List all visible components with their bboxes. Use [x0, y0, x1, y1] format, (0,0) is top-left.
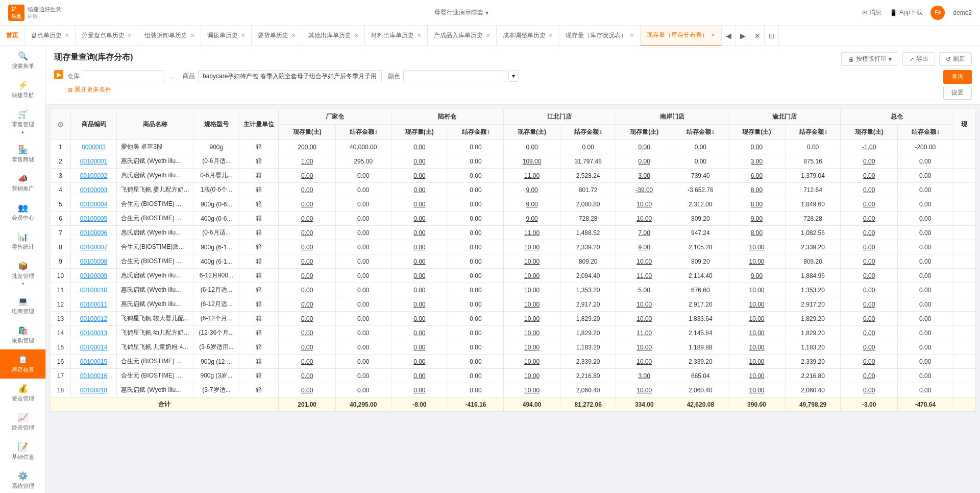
sidebar-item-quicknav[interactable]: ⚡ 快捷导航 [0, 75, 45, 104]
cell-na-qty[interactable]: 11.00 [616, 326, 673, 340]
cell-code[interactable]: 00100002 [71, 169, 117, 183]
cell-na-qty[interactable]: 10.00 [616, 340, 673, 355]
cell-total-qty[interactable]: 0.00 [841, 383, 898, 397]
cell-fac-qty[interactable]: 200.00 [279, 140, 336, 154]
cell-jb-qty[interactable]: 11.00 [503, 226, 560, 240]
message-btn[interactable]: ✉ 消息 [862, 8, 881, 17]
cell-yb-qty[interactable]: 10.00 [728, 297, 786, 312]
sidebar-item-inventory[interactable]: 📋 库存核算 [0, 349, 45, 379]
sidebar-item-ecommerce[interactable]: 💻 电商管理 [0, 291, 45, 320]
top-bar-center[interactable]: 母婴行业演示陈套 ▾ [434, 8, 488, 17]
goods-input[interactable] [198, 70, 382, 82]
cell-yb-qty[interactable]: 9.00 [728, 212, 786, 226]
query-btn[interactable]: 查询 [943, 70, 972, 84]
cell-jb-qty[interactable]: 11.00 [503, 169, 560, 183]
cell-jb-qty[interactable]: 9.00 [503, 183, 560, 197]
tab-material-out-close[interactable]: ✕ [417, 33, 421, 38]
cell-lc-qty[interactable]: 0.00 [391, 269, 448, 283]
cell-fac-qty[interactable]: 0.00 [279, 297, 336, 312]
tab-purchase-order-close[interactable]: ✕ [291, 33, 296, 38]
cell-code[interactable]: 00100016 [71, 369, 117, 383]
cell-yb-qty[interactable]: 10.00 [728, 383, 786, 397]
cell-na-qty[interactable]: -39.00 [616, 183, 673, 197]
cell-fac-qty[interactable]: 0.00 [279, 383, 336, 397]
tab-product-in-close[interactable]: ✕ [486, 33, 490, 38]
cell-yb-qty[interactable]: 10.00 [728, 355, 786, 369]
app-download-btn[interactable]: 📱 App下载 [890, 8, 922, 17]
cell-yb-qty[interactable]: 10.00 [728, 312, 786, 326]
cell-code[interactable]: 00100011 [71, 297, 117, 312]
cell-yb-qty[interactable]: 3.00 [728, 154, 786, 169]
cell-jb-qty[interactable]: 10.00 [503, 326, 560, 340]
cell-fac-qty[interactable]: 0.00 [279, 240, 336, 254]
cell-jb-qty[interactable]: 10.00 [503, 297, 560, 312]
cell-code[interactable]: 00100007 [71, 240, 117, 254]
cell-na-qty[interactable]: 3.00 [616, 369, 673, 383]
cell-total-qty[interactable]: 0.00 [841, 240, 898, 254]
cell-total-qty[interactable]: 0.00 [841, 254, 898, 269]
cell-yb-qty[interactable]: 6.00 [728, 169, 786, 183]
color-input[interactable] [403, 70, 505, 82]
lc-amt-info-icon[interactable]: ℹ [487, 129, 489, 135]
cell-lc-qty[interactable]: 0.00 [391, 212, 448, 226]
cell-yb-qty[interactable]: 10.00 [728, 340, 786, 355]
cell-yb-qty[interactable]: 9.00 [728, 269, 786, 283]
jb-amt-info-icon[interactable]: ℹ [600, 129, 602, 135]
cell-jb-qty[interactable]: 10.00 [503, 369, 560, 383]
user-avatar[interactable]: Ea [930, 6, 945, 20]
industry-dropdown-icon[interactable]: ▾ [485, 9, 488, 16]
cell-code[interactable]: 00100010 [71, 283, 117, 297]
cell-code[interactable]: 00100001 [71, 154, 117, 169]
cell-lc-qty[interactable]: 0.00 [391, 240, 448, 254]
cell-lc-qty[interactable]: 0.00 [391, 369, 448, 383]
cell-yb-qty[interactable]: 0.00 [728, 140, 786, 154]
tab-other-out[interactable]: 其他出库单历史 ✕ [302, 26, 365, 46]
sidebar-item-members[interactable]: 👥 会员中心 [0, 198, 45, 227]
sidebar-item-retail-mall[interactable]: 🏪 零售商城 [0, 139, 45, 169]
sidebar-item-ops[interactable]: 📈 经营管理 [0, 408, 45, 437]
tab-material-out[interactable]: 材料出库单历史 ✕ [365, 26, 428, 46]
cell-yb-qty[interactable]: 10.00 [728, 254, 786, 269]
cell-na-qty[interactable]: 0.00 [616, 154, 673, 169]
cell-lc-qty[interactable]: 0.00 [391, 226, 448, 240]
sidebar-item-retail[interactable]: 🛒 零售管理 ▲ [0, 104, 45, 139]
cell-fac-qty[interactable]: 0.00 [279, 326, 336, 340]
cell-fac-qty[interactable]: 0.00 [279, 369, 336, 383]
tab-inventory-status-close[interactable]: ✕ [630, 33, 634, 38]
sidebar-item-system[interactable]: ⚙️ 系统管理 [0, 466, 45, 493]
cell-total-qty[interactable]: 0.00 [841, 297, 898, 312]
cell-code[interactable]: 00100015 [71, 355, 117, 369]
cell-yb-qty[interactable]: 10.00 [728, 283, 786, 297]
tab-stocktake-dist[interactable]: 分量盘点单历史 ✕ [76, 26, 138, 46]
cell-na-qty[interactable]: 0.00 [616, 140, 673, 154]
expand-more-btn[interactable]: ⊞ 展开更多条件 [67, 85, 939, 94]
cell-fac-qty[interactable]: 0.00 [279, 340, 336, 355]
cell-total-qty[interactable]: 0.00 [841, 212, 898, 226]
tab-stocktake[interactable]: 盘点单历史 ✕ [25, 26, 76, 46]
cell-jb-qty[interactable]: 10.00 [503, 355, 560, 369]
cell-yb-qty[interactable]: 10.00 [728, 369, 786, 383]
cell-na-qty[interactable]: 11.00 [616, 269, 673, 283]
tab-expand-btn[interactable]: ⊡ [765, 26, 779, 46]
tab-inventory-dist-close[interactable]: ✕ [711, 32, 715, 38]
cell-code[interactable]: 00100013 [71, 326, 117, 340]
cell-lc-qty[interactable]: 0.00 [391, 283, 448, 297]
cell-yb-qty[interactable]: 8.00 [728, 197, 786, 212]
cell-yb-qty[interactable]: 10.00 [728, 240, 786, 254]
cell-total-qty[interactable]: 0.00 [841, 183, 898, 197]
cell-yb-qty[interactable]: 8.00 [728, 183, 786, 197]
cell-fac-qty[interactable]: 0.00 [279, 169, 336, 183]
cell-total-qty[interactable]: 0.00 [841, 226, 898, 240]
cell-jb-qty[interactable]: 10.00 [503, 283, 560, 297]
cell-na-qty[interactable]: 10.00 [616, 355, 673, 369]
cell-yb-qty[interactable]: 10.00 [728, 326, 786, 340]
cell-total-qty[interactable]: 0.00 [841, 312, 898, 326]
export-btn[interactable]: ↗ 导出 [902, 52, 935, 66]
gear-icon[interactable]: ⚙ [57, 121, 64, 129]
cell-total-qty[interactable]: 0.00 [841, 154, 898, 169]
cell-total-qty[interactable]: 0.00 [841, 169, 898, 183]
cell-na-qty[interactable]: 9.00 [616, 240, 673, 254]
tab-purchase-order[interactable]: 要货单历史 ✕ [252, 26, 302, 46]
fac-amt-info-icon[interactable]: ℹ [375, 129, 377, 135]
cell-na-qty[interactable]: 5.00 [616, 283, 673, 297]
